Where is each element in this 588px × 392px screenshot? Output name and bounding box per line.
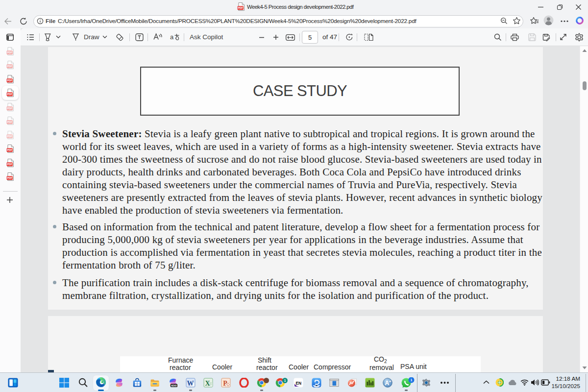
svg-text:P: P (223, 380, 227, 387)
svg-text:EN: EN (295, 381, 301, 386)
svg-text:1: 1 (284, 379, 286, 382)
svg-text:M365: M365 (171, 385, 177, 387)
svg-text:X: X (205, 380, 210, 387)
svg-text:+: + (389, 379, 392, 384)
svg-text:a: a (170, 33, 174, 41)
svg-text:1: 1 (411, 378, 413, 382)
svg-text:W: W (187, 380, 194, 387)
